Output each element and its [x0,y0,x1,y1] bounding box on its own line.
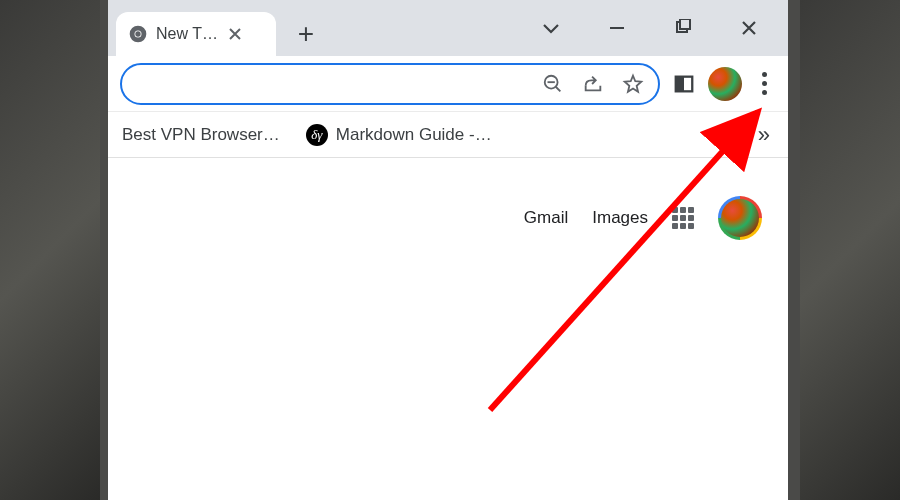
tab-close-button[interactable] [226,25,244,43]
tab-search-button[interactable] [536,13,566,43]
close-window-button[interactable] [734,13,764,43]
apps-grid-icon[interactable] [672,207,694,229]
maximize-button[interactable] [668,13,698,43]
browser-window: New T… + [108,0,788,500]
minimize-button[interactable] [602,13,632,43]
browser-tab[interactable]: New T… [116,12,276,56]
profile-avatar[interactable] [708,67,742,101]
bookmark-label: Best VPN Browser… [122,125,280,145]
titlebar: New T… + [108,0,788,56]
bookmark-favicon: δγ [306,124,328,146]
address-bar[interactable] [120,63,660,105]
tab-title: New T… [156,25,218,43]
bookmarks-overflow-button[interactable]: » [748,122,780,148]
header-links: Gmail Images [524,196,762,240]
background-right [800,0,900,500]
svg-rect-10 [676,76,684,91]
bookmark-item[interactable]: δγ Markdown Guide -… [300,120,498,150]
images-link[interactable]: Images [592,208,648,228]
new-tab-button[interactable]: + [288,16,324,52]
svg-point-2 [135,31,140,36]
page-content: Gmail Images [108,158,788,500]
bookmark-label: Markdown Guide -… [336,125,492,145]
svg-line-7 [556,86,561,91]
bookmarks-bar: Best VPN Browser… δγ Markdown Guide -… » [108,112,788,158]
background-left [0,0,100,500]
bookmark-star-icon[interactable] [622,73,644,95]
side-panel-icon[interactable] [670,70,698,98]
svg-rect-5 [680,19,690,29]
zoom-icon[interactable] [542,73,564,95]
share-icon[interactable] [582,73,604,95]
chrome-icon [128,24,148,44]
gmail-link[interactable]: Gmail [524,208,568,228]
avatar-image [721,199,759,237]
bookmark-item[interactable]: Best VPN Browser… [116,121,286,149]
menu-button[interactable] [752,66,776,101]
toolbar [108,56,788,112]
account-avatar[interactable] [718,196,762,240]
window-controls [536,0,788,56]
